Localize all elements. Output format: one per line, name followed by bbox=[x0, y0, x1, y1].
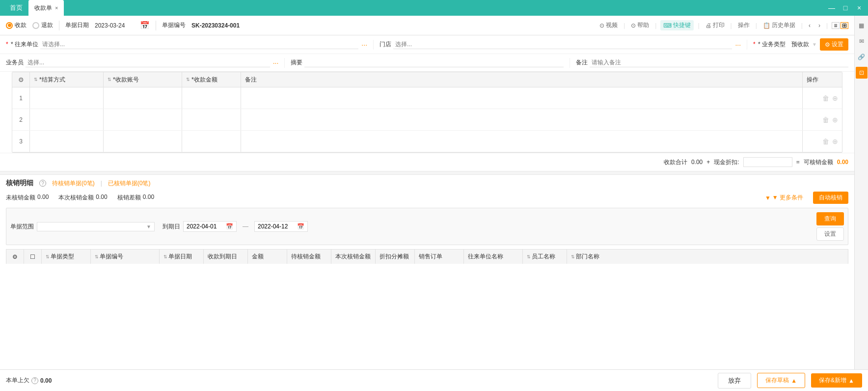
bth-type: ⇅ 单据类型 bbox=[42, 250, 91, 264]
summary-input[interactable] bbox=[304, 58, 563, 67]
pending-tab[interactable]: 待核销单据(0笔) bbox=[52, 179, 95, 188]
cal-to-icon[interactable]: 📅 bbox=[297, 223, 304, 230]
sort-type[interactable]: ⇅ bbox=[46, 254, 50, 259]
td-col4-3[interactable] bbox=[241, 131, 803, 152]
shortcut-btn[interactable]: ⌨ 快捷键 bbox=[660, 20, 694, 30]
section-divider bbox=[0, 171, 854, 175]
td-col4-1[interactable] bbox=[241, 87, 803, 109]
video-btn[interactable]: ⊙ 视频 bbox=[597, 20, 620, 30]
sort-col1[interactable]: ⇅ bbox=[34, 77, 38, 82]
date-from-input[interactable] bbox=[187, 223, 226, 230]
total-value: 0.00 bbox=[691, 159, 703, 166]
search-btn[interactable]: 查询 bbox=[816, 212, 844, 225]
video-icon: ⊙ bbox=[599, 22, 604, 29]
field-divider2 bbox=[747, 40, 747, 50]
date-to-input[interactable] bbox=[258, 223, 297, 230]
layout-grid-icon[interactable]: ⊞ bbox=[841, 22, 848, 29]
search-settings-btn[interactable]: 设置 bbox=[816, 227, 844, 241]
copy-row2-icon[interactable]: ⊕ bbox=[832, 116, 838, 124]
save-draft-btn[interactable]: 保存草稿 ▲ bbox=[757, 373, 805, 388]
th-col4: 备注 bbox=[241, 72, 803, 87]
copy-row1-icon[interactable]: ⊕ bbox=[832, 94, 838, 102]
biz-required: * bbox=[753, 41, 756, 48]
sort-dept[interactable]: ⇅ bbox=[571, 254, 575, 259]
save-new-label: 保存&新增 bbox=[819, 376, 846, 385]
right-panel-link-icon[interactable]: 🔗 bbox=[856, 51, 868, 63]
partner-input[interactable] bbox=[40, 40, 358, 49]
tab-home[interactable]: 首页 bbox=[4, 0, 28, 16]
bottom-info-icon[interactable]: ? bbox=[31, 377, 38, 384]
store-dots-btn[interactable]: ··· bbox=[735, 41, 741, 49]
tab-divider: | bbox=[101, 180, 102, 187]
settings-btn[interactable]: ⚙ 设置 bbox=[820, 38, 848, 51]
td-col2-2[interactable] bbox=[104, 109, 182, 130]
prev-btn[interactable]: ‹ bbox=[807, 21, 813, 30]
print-btn[interactable]: 🖨 打印 bbox=[704, 20, 727, 30]
delete-row3-icon[interactable]: 🗑 bbox=[822, 138, 829, 145]
td-num-3: 3 bbox=[12, 131, 30, 152]
right-panel-mail-icon[interactable]: ✉ bbox=[856, 35, 868, 47]
save-draft-arrow: ▲ bbox=[791, 377, 797, 384]
bth-settings[interactable]: ⚙ bbox=[6, 250, 24, 264]
remark-input[interactable] bbox=[590, 58, 848, 67]
bth-check[interactable]: ☐ bbox=[24, 250, 42, 264]
sort-date[interactable]: ⇅ bbox=[163, 254, 167, 259]
abandon-btn[interactable]: 放弃 bbox=[718, 373, 751, 389]
td-col1-2[interactable] bbox=[30, 109, 104, 130]
date-from-wrap: 📅 bbox=[183, 221, 237, 232]
td-col3-3[interactable] bbox=[182, 131, 241, 152]
operation-btn[interactable]: 操作 bbox=[736, 20, 752, 30]
sort-num[interactable]: ⇅ bbox=[95, 254, 99, 259]
td-col3-1[interactable] bbox=[182, 87, 241, 109]
radio-receipt-dot bbox=[6, 22, 13, 29]
salesperson-dots-btn[interactable]: ··· bbox=[273, 59, 279, 67]
auto-verify-btn[interactable]: 自动核销 bbox=[813, 192, 848, 204]
th-col2: ⇅ *收款账号 bbox=[104, 72, 182, 87]
done-tab[interactable]: 已核销单据(0笔) bbox=[108, 179, 151, 188]
right-panel-expand-icon[interactable]: ⊡ bbox=[856, 67, 868, 79]
operation-label: 操作 bbox=[738, 21, 750, 29]
help-btn[interactable]: ⊙ 帮助 bbox=[629, 20, 651, 30]
table-settings-icon[interactable]: ⚙ bbox=[17, 75, 26, 84]
salesperson-input[interactable] bbox=[26, 58, 270, 67]
business-type-arrow[interactable]: ▼ bbox=[812, 42, 817, 47]
range-select[interactable]: ▼ bbox=[37, 222, 155, 231]
close-btn[interactable]: × bbox=[854, 4, 864, 12]
radio-refund[interactable]: 退款 bbox=[32, 21, 53, 29]
right-panel-table-icon[interactable]: ▦ bbox=[856, 20, 868, 31]
save-new-btn[interactable]: 保存&新增 ▲ bbox=[811, 373, 862, 388]
cal-from-icon[interactable]: 📅 bbox=[226, 223, 233, 230]
td-col2-1[interactable] bbox=[104, 87, 182, 109]
keyboard-icon: ⌨ bbox=[663, 22, 672, 29]
delete-row2-icon[interactable]: 🗑 bbox=[822, 116, 829, 124]
copy-row3-icon[interactable]: ⊕ bbox=[832, 138, 838, 145]
sort-employee[interactable]: ⇅ bbox=[527, 254, 531, 259]
history-btn[interactable]: 📋 历史单据 bbox=[761, 20, 797, 30]
minimize-btn[interactable]: — bbox=[827, 4, 837, 12]
th-settings[interactable]: ⚙ bbox=[12, 72, 30, 87]
date-input[interactable] bbox=[95, 22, 134, 29]
equals-sign: = bbox=[796, 159, 800, 166]
partner-dots-btn[interactable]: ··· bbox=[361, 41, 367, 49]
td-col2-3[interactable] bbox=[104, 131, 182, 152]
td-col1-1[interactable] bbox=[30, 87, 104, 109]
td-col4-2[interactable] bbox=[241, 109, 803, 130]
next-btn[interactable]: › bbox=[816, 21, 822, 30]
sort-col3[interactable]: ⇅ bbox=[186, 77, 190, 82]
maximize-btn[interactable]: □ bbox=[841, 4, 850, 12]
radio-receipt-label: 收款 bbox=[15, 21, 27, 29]
calendar-icon[interactable]: 📅 bbox=[140, 21, 150, 30]
field-divider3 bbox=[284, 58, 285, 68]
radio-receipt[interactable]: 收款 bbox=[6, 21, 27, 29]
layout-list-icon[interactable]: ≡ bbox=[832, 22, 840, 29]
tab-close-btn[interactable]: × bbox=[55, 5, 58, 11]
delete-row1-icon[interactable]: 🗑 bbox=[822, 94, 829, 102]
sort-col2[interactable]: ⇅ bbox=[108, 77, 111, 82]
verify-info-icon[interactable]: ? bbox=[39, 180, 46, 187]
store-input[interactable] bbox=[393, 40, 732, 49]
td-col1-3[interactable] bbox=[30, 131, 104, 152]
td-col3-2[interactable] bbox=[182, 109, 241, 130]
discount-input[interactable] bbox=[743, 157, 792, 167]
more-conditions-btn[interactable]: ▼ ▼ 更多条件 bbox=[765, 194, 803, 202]
tab-receipt[interactable]: 收款单 × bbox=[28, 0, 64, 16]
